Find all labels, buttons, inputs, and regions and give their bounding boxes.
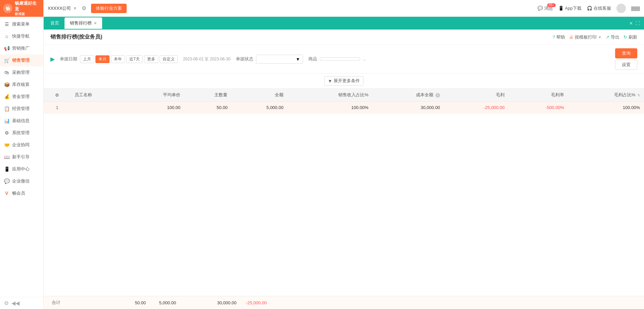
app-icon: 📱 <box>4 166 9 172</box>
footer-cost: 30,000.00 <box>210 300 241 305</box>
table-container: ⚙ 员工名称 平均单价 主数量 全额 销售收入占比% 成本全额 i 毛利 毛利率 <box>44 89 644 296</box>
sidebar-item-wechat[interactable]: 💬 企业微信 <box>0 175 43 187</box>
sidebar-item-sales[interactable]: 🛒 销售管理 <box>0 54 43 66</box>
settings-footer-icon[interactable]: ⚙ <box>4 300 9 306</box>
sidebar-item-enterprise-label: 企业协同 <box>12 142 30 148</box>
sidebar-item-guide[interactable]: 📖 新手引导 <box>0 151 43 163</box>
expand-chevron-icon: ▼ <box>328 79 332 84</box>
export-button[interactable]: ↗ 导出 <box>606 34 619 40</box>
sidebar-item-basic[interactable]: 📊 基础信息 <box>0 115 43 127</box>
sidebar-item-app[interactable]: 📱 应用中心 <box>0 163 43 175</box>
date-btn-this-year[interactable]: 本年 <box>111 55 125 63</box>
system-icon: ⚙ <box>4 130 9 136</box>
sidebar-item-purchase-label: 采购管理 <box>12 69 30 75</box>
topbar: XXXXX公司 ▼ ⚙ 体验行业方案 💬 消息 99+ 📱 App下载 🎧 在线… <box>44 0 644 17</box>
logo-name: 畅康通好生意 <box>15 1 41 12</box>
table-row: 1 100.00 50.00 5,000.00 100.00% 30,000.0… <box>44 102 644 114</box>
sidebar-item-management[interactable]: 📋 经营管理 <box>0 103 43 115</box>
user-name: ▓▓▓ <box>631 6 640 11</box>
sidebar-item-finance[interactable]: 💰 资金管理 <box>0 91 43 103</box>
main-area: XXXXX公司 ▼ ⚙ 体验行业方案 💬 消息 99+ 📱 App下载 🎧 在线… <box>44 0 644 309</box>
sidebar-item-sales-label: 销售管理 <box>12 57 30 63</box>
status-filter-label: 单据状态 <box>236 56 253 62</box>
marketing-icon: 📢 <box>4 46 9 51</box>
logo: 畅 畅康通好生意 标准版 <box>0 0 43 17</box>
tabbar: 首页 销售排行榜 ✕ ✕ ⛶ <box>44 17 644 30</box>
export-label: 导出 <box>611 34 619 40</box>
sidebar-item-member[interactable]: V 畅会员 <box>0 187 43 199</box>
status-select-value <box>259 56 287 62</box>
date-filter-label: 单据日期 <box>60 56 77 62</box>
cell-avg-price: 100.00 <box>128 102 184 114</box>
sidebar-item-inventory[interactable]: 📦 库存核算 <box>0 79 43 91</box>
status-select[interactable]: ▼ <box>256 55 303 64</box>
page-actions: ? 帮助 🖨 按模板打印 ▼ ↗ 导出 ↻ 刷新 <box>553 34 637 40</box>
sidebar-item-system-label: 系统管理 <box>12 130 30 136</box>
topbar-settings-icon[interactable]: ⚙ <box>82 5 86 11</box>
sidebar-item-basic-label: 基础信息 <box>12 118 30 124</box>
sidebar: 畅 畅康通好生意 标准版 ☰ 搜索菜单 ⌂ 快捷导航 📢 营销推广 🛒 销售管理… <box>0 0 44 309</box>
app-download-item[interactable]: 📱 App下载 <box>558 5 582 11</box>
tab-close-icon[interactable]: ✕ <box>94 21 97 25</box>
headset-icon: 🎧 <box>587 6 592 11</box>
guide-icon: 📖 <box>4 154 9 160</box>
goods-input[interactable] <box>320 57 360 61</box>
help-icon: ? <box>553 35 555 40</box>
query-button[interactable]: 查询 <box>615 48 637 58</box>
cell-gross: -25,000.00 <box>444 102 509 114</box>
col-settings[interactable]: ⚙ <box>44 89 71 102</box>
online-service-item[interactable]: 🎧 在线客服 <box>587 5 611 11</box>
sidebar-item-purchase[interactable]: 🛍 采购管理 <box>0 66 43 79</box>
export-icon: ↗ <box>606 35 609 40</box>
sidebar-item-marketing[interactable]: 📢 营销推广 <box>0 42 43 54</box>
status-select-arrow: ▼ <box>296 57 300 62</box>
trial-button[interactable]: 体验行业方案 <box>91 4 127 13</box>
expand-conditions-button[interactable]: ▼ 展开更多条件 <box>324 76 363 86</box>
footer-label: 合计 <box>48 300 115 306</box>
expand-label: 展开更多条件 <box>334 78 360 84</box>
basic-icon: 📊 <box>4 118 9 123</box>
col-name: 员工名称 <box>71 89 127 102</box>
filter-toggle-icon[interactable]: ▶ <box>50 56 54 62</box>
date-btn-last-month[interactable]: 上月 <box>80 55 94 63</box>
sidebar-item-inventory-label: 库存核算 <box>12 82 30 88</box>
settings-filter-button[interactable]: 设置 <box>615 60 637 70</box>
refresh-button[interactable]: ↻ 刷新 <box>624 34 637 40</box>
sidebar-item-quick-nav[interactable]: ⌂ 快捷导航 <box>0 30 43 42</box>
cell-gross-rate: -500.00% <box>509 102 568 114</box>
collapse-icon[interactable]: ◀◀ <box>11 300 19 306</box>
tab-sales-rank[interactable]: 销售排行榜 ✕ <box>65 17 102 29</box>
more-filter-link[interactable]: ... <box>363 57 366 61</box>
message-item[interactable]: 💬 消息 99+ <box>538 5 553 11</box>
logo-icon: 畅 <box>3 3 13 13</box>
tab-close-all-icon[interactable]: ✕ <box>629 21 633 26</box>
avatar[interactable] <box>616 4 626 13</box>
sidebar-item-wechat-label: 企业微信 <box>12 178 30 184</box>
date-btn-7days[interactable]: 近7天 <box>126 55 143 63</box>
sidebar-item-system[interactable]: ⚙ 系统管理 <box>0 127 43 139</box>
enterprise-icon: 🤝 <box>4 142 9 148</box>
sidebar-item-enterprise[interactable]: 🤝 企业协同 <box>0 139 43 151</box>
print-button[interactable]: 🖨 按模板打印 ▼ <box>569 34 602 40</box>
date-btn-this-month[interactable]: 本月 <box>95 55 110 63</box>
footer-gross: -25,000.00 <box>241 300 271 305</box>
help-button[interactable]: ? 帮助 <box>553 34 565 40</box>
tab-restore-icon[interactable]: ⛶ <box>636 21 640 26</box>
tab-home[interactable]: 首页 <box>45 17 65 29</box>
date-btn-custom[interactable]: 自定义 <box>160 55 178 63</box>
expand-filter-row: ▼ 展开更多条件 <box>44 73 644 89</box>
sidebar-item-search[interactable]: ☰ 搜索菜单 <box>0 18 43 30</box>
cost-info-icon[interactable]: i <box>435 93 440 98</box>
cell-sales-pct: 100.00% <box>288 102 373 114</box>
sidebar-item-management-label: 经营管理 <box>12 106 30 112</box>
gross-pct-sort-icon[interactable]: ⇅ <box>637 93 640 97</box>
refresh-label: 刷新 <box>629 34 637 40</box>
cell-name <box>71 102 127 114</box>
company-selector[interactable]: XXXXX公司 ▼ <box>48 5 77 11</box>
goods-filter-label: 商品 <box>308 56 317 62</box>
table-footer: 合计 50.00 5,000.00 30,000.00 -25,000.00 <box>44 296 644 309</box>
message-icon: 💬 <box>538 6 543 11</box>
date-btn-more[interactable]: 更多 <box>144 55 158 63</box>
sidebar-item-quick-nav-label: 快捷导航 <box>12 33 30 39</box>
col-avg-price: 平均单价 <box>128 89 184 102</box>
